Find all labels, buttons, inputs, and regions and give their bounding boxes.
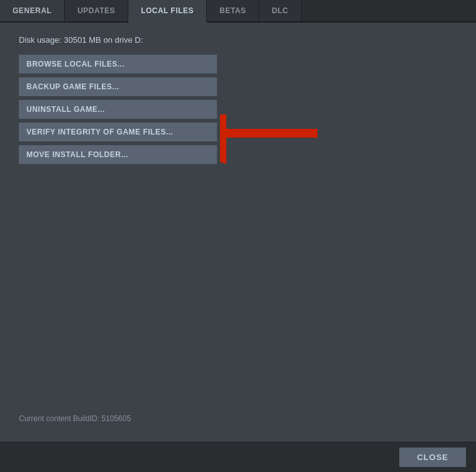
tab-betas[interactable]: BETAS: [207, 0, 259, 21]
verify-integrity-button[interactable]: VERIFY INTEGRITY OF GAME FILES...: [19, 123, 217, 141]
top-section: Disk usage: 30501 MB on drive D: BROWSE …: [19, 35, 457, 164]
main-window: GENERAL UPDATES LOCAL FILES BETAS DLC Di…: [0, 0, 476, 472]
tab-dlc[interactable]: DLC: [259, 0, 301, 21]
tab-bar: GENERAL UPDATES LOCAL FILES BETAS DLC: [0, 0, 476, 23]
close-button[interactable]: CLOSE: [399, 447, 466, 467]
footer-bar: CLOSE: [0, 442, 476, 472]
build-id-label: Current content BuildID: 5105605: [19, 414, 457, 423]
tab-general[interactable]: GENERAL: [0, 0, 65, 21]
browse-local-files-button[interactable]: BROWSE LOCAL FILES...: [19, 55, 217, 74]
backup-game-files-button[interactable]: BACKUP GAME FILES...: [19, 77, 217, 96]
tab-local-files[interactable]: LOCAL FILES: [128, 0, 207, 23]
arrow-annotation: [220, 114, 321, 167]
disk-usage-label: Disk usage: 30501 MB on drive D:: [19, 35, 457, 45]
uninstall-game-button[interactable]: UNINSTALL GAME...: [19, 100, 217, 119]
tab-updates[interactable]: UPDATES: [65, 0, 128, 21]
bottom-section: Current content BuildID: 5105605: [19, 414, 457, 429]
move-install-folder-button[interactable]: MOVE INSTALL FOLDER...: [19, 145, 217, 164]
buttons-section: BROWSE LOCAL FILES... BACKUP GAME FILES.…: [19, 55, 457, 164]
content-area: Disk usage: 30501 MB on drive D: BROWSE …: [0, 23, 476, 442]
